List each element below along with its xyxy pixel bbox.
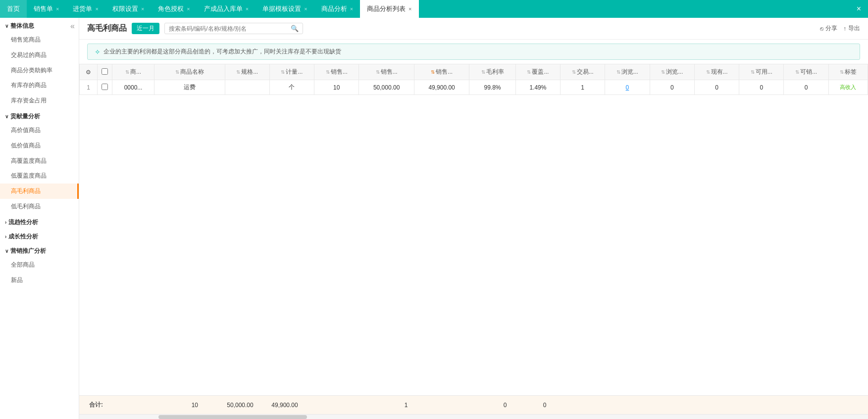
row-gross-rate: 99.8% [469,80,515,95]
sidebar-section-contribution[interactable]: ∨ 贡献量分析 [0,108,79,123]
sidebar-section-growth[interactable]: › 成长性分析 [0,229,79,243]
footer-sale-amount: 50,000.00 [218,402,262,409]
sidebar-section-overall[interactable]: ∨ 整体信息 [0,18,79,32]
sidebar-section-trend[interactable]: › 流趋性分析 [0,214,79,229]
col-sale-qty[interactable]: ⇅销售... [314,64,359,80]
footer-sale-qty: 10 [119,402,218,409]
row-checkbox[interactable] [98,80,112,95]
col-browse1[interactable]: ⇅浏览... [605,64,650,80]
col-sellable[interactable]: ⇅可销... [784,64,828,80]
row-select-checkbox[interactable] [102,84,108,90]
close-icon[interactable]: × [350,6,353,12]
row-code: 0000... [112,80,154,95]
export-button[interactable]: ↑ 导出 [843,24,860,33]
sidebar-item-high-value[interactable]: 高价值商品 [0,123,79,138]
select-all-checkbox[interactable] [102,68,108,75]
col-name[interactable]: ⇅商品名称 [154,64,225,80]
main-layout: « ∨ 整体信息 销售览商品 交易过的商品 商品分类助购率 有库存的商品 库存资… [0,18,868,419]
col-tx[interactable]: ⇅交易... [561,64,605,80]
sidebar-item-sale-browse[interactable]: 销售览商品 [0,32,79,47]
sort-icon: ⇅ [751,69,755,75]
search-icon[interactable]: 🔍 [291,25,299,32]
footer-sellable: 0 [525,402,564,409]
sidebar-item-traded[interactable]: 交易过的商品 [0,47,79,63]
col-settings[interactable]: ⚙ [80,64,98,80]
sidebar-item-stock-capital[interactable]: 库存资金占用 [0,93,79,108]
sidebar-item-new-products[interactable]: 新品 [0,273,79,288]
sort-icon: ⇅ [281,69,285,75]
nav-analysis[interactable]: 商品分析 × [314,0,360,18]
sort-icon: ⇅ [572,69,576,75]
share-icon: ⎋ [820,25,823,32]
table-row: 1 0000... 运费 个 10 50,000.00 49,900.00 99… [80,80,868,95]
row-unit: 个 [269,80,314,95]
nav-permission[interactable]: 权限设置 × [105,0,151,18]
chevron-down-icon: ∨ [5,23,8,29]
sidebar-collapse-button[interactable]: « [70,22,75,31]
sidebar-section-marketing[interactable]: ∨ 营销推广分析 [0,243,79,257]
close-icon[interactable]: × [56,6,59,12]
nav-template[interactable]: 单据模板设置 × [255,0,314,18]
sort-icon: ⇅ [840,69,844,75]
search-box: 🔍 [164,23,303,34]
row-spec [225,80,269,95]
nav-analysis-list[interactable]: 商品分析列表 × [360,0,418,18]
row-browse2: 0 [650,80,694,95]
close-icon[interactable]: × [304,6,307,12]
page-title: 高毛利商品 [87,23,127,34]
col-available[interactable]: ⇅可用... [739,64,784,80]
col-code[interactable]: ⇅商... [112,64,154,80]
col-current-stock[interactable]: ⇅现有... [694,64,739,80]
sort-icon: ⇅ [125,69,129,75]
col-tag[interactable]: ⇅标签 [828,64,868,80]
sidebar-item-high-coverage[interactable]: 高覆盖度商品 [0,153,79,169]
sidebar-item-low-value[interactable]: 低价值商品 [0,138,79,153]
close-icon[interactable]: × [95,6,98,12]
sort-icon: ⇅ [236,69,240,75]
close-icon[interactable]: × [408,6,411,12]
row-current-stock: 0 [694,80,739,95]
col-gross-rate[interactable]: ⇅毛利率 [469,64,515,80]
content-area: 高毛利商品 近一月 🔍 ⎋ 分享 ↑ 导出 ✧ 企业的主要的利润都是这部分商品创… [79,18,868,419]
nav-purchase[interactable]: 进货单 × [66,0,105,18]
row-browse1[interactable]: 0 [605,80,650,95]
sort-icon: ⇅ [431,69,435,75]
col-sale-net[interactable]: ⇅销售... [414,64,469,80]
sidebar-item-low-coverage[interactable]: 低覆盖度商品 [0,168,79,184]
sidebar-item-all-products[interactable]: 全部商品 [0,257,79,273]
data-table: ⚙ ⇅商... ⇅商品名称 ⇅规格... [79,64,868,95]
col-checkbox[interactable] [98,64,112,80]
sidebar-item-high-margin[interactable]: 高毛利商品 [0,184,79,199]
nav-instock[interactable]: 产成品入库单 × [197,0,255,18]
sidebar-item-low-margin[interactable]: 低毛利商品 [0,199,79,214]
footer-spacer2 [426,402,485,409]
nav-home[interactable]: 首页 [0,0,27,18]
sidebar-item-category-rate[interactable]: 商品分类助购率 [0,63,79,78]
table-container: ⚙ ⇅商... ⇅商品名称 ⇅规格... [79,64,868,395]
close-icon[interactable]: × [246,6,249,12]
horizontal-scrollbar[interactable] [79,414,868,419]
close-icon[interactable]: × [141,6,144,12]
col-coverage[interactable]: ⇅覆盖... [515,64,560,80]
content-header: 高毛利商品 近一月 🔍 ⎋ 分享 ↑ 导出 [79,18,868,40]
col-spec[interactable]: ⇅规格... [225,64,269,80]
col-sale-amount[interactable]: ⇅销售... [359,64,414,80]
col-browse2[interactable]: ⇅浏览... [650,64,694,80]
sidebar-item-in-stock[interactable]: 有库存的商品 [0,78,79,93]
sort-icon: ⇅ [661,69,665,75]
col-unit[interactable]: ⇅计量... [269,64,314,80]
sort-icon: ⇅ [706,69,710,75]
search-input[interactable] [169,25,291,32]
nav-sales[interactable]: 销售单 × [27,0,66,18]
row-sale-net: 49,900.00 [414,80,469,95]
row-sellable: 0 [784,80,828,95]
browse1-link[interactable]: 0 [626,84,629,91]
nav-role[interactable]: 角色授权 × [151,0,197,18]
close-icon[interactable]: × [187,6,190,12]
share-button[interactable]: ⎋ 分享 [820,24,837,33]
row-sale-amount: 50,000.00 [359,80,414,95]
time-filter-button[interactable]: 近一月 [132,23,159,34]
row-coverage: 1.49% [515,80,560,95]
row-available: 0 [739,80,784,95]
close-all-button[interactable]: × [850,0,868,18]
